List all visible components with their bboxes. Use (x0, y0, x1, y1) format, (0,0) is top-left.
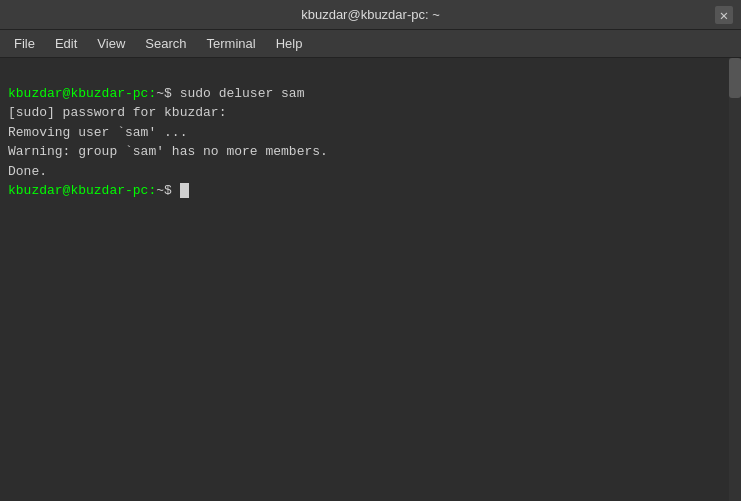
titlebar: kbuzdar@kbuzdar-pc: ~ ✕ (0, 0, 741, 30)
line-5: Done. (8, 164, 47, 179)
line-4: Warning: group `sam' has no more members… (8, 144, 328, 159)
prompt-user-1: kbuzdar@kbuzdar-pc: (8, 86, 156, 101)
scrollbar-track[interactable] (729, 58, 741, 501)
prompt-cmd-1: $ sudo deluser sam (164, 86, 304, 101)
prompt-cmd-2: $ (164, 183, 180, 198)
menu-help[interactable]: Help (266, 34, 313, 53)
prompt-user-2: kbuzdar@kbuzdar-pc: (8, 183, 156, 198)
prompt-path-2: ~ (156, 183, 164, 198)
menu-file[interactable]: File (4, 34, 45, 53)
menu-edit[interactable]: Edit (45, 34, 87, 53)
scrollbar-thumb[interactable] (729, 58, 741, 98)
menu-terminal[interactable]: Terminal (197, 34, 266, 53)
line-2: [sudo] password for kbuzdar: (8, 105, 226, 120)
menu-view[interactable]: View (87, 34, 135, 53)
close-button[interactable]: ✕ (715, 6, 733, 24)
prompt-path-1: ~ (156, 86, 164, 101)
menubar: File Edit View Search Terminal Help (0, 30, 741, 58)
window-title: kbuzdar@kbuzdar-pc: ~ (301, 7, 440, 22)
menu-search[interactable]: Search (135, 34, 196, 53)
line-3: Removing user `sam' ... (8, 125, 187, 140)
terminal-output: kbuzdar@kbuzdar-pc:~$ sudo deluser sam [… (8, 64, 733, 220)
terminal-area[interactable]: kbuzdar@kbuzdar-pc:~$ sudo deluser sam [… (0, 58, 741, 501)
terminal-cursor (180, 183, 189, 198)
